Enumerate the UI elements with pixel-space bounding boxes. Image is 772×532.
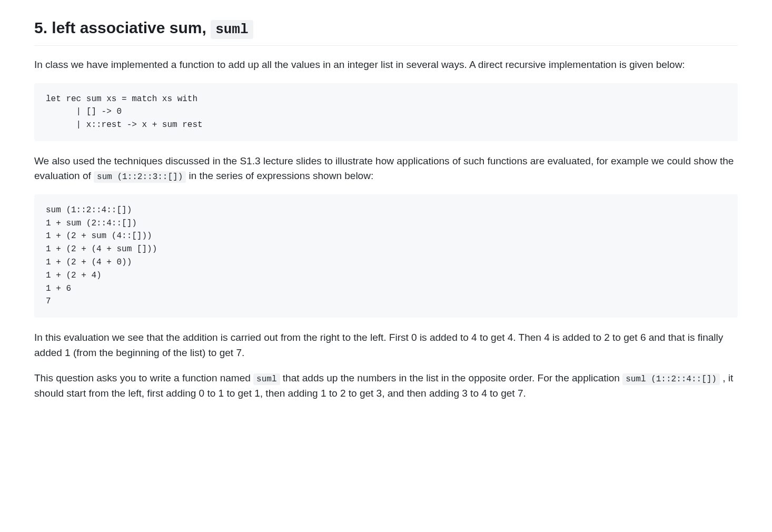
inline-code-suml-call: suml (1::2::4::[]) — [622, 373, 720, 385]
code-block-sum-definition: let rec sum xs = match xs with | [] -> 0… — [34, 83, 738, 141]
code-block-evaluation-trace: sum (1::2::4::[]) 1 + sum (2::4::[]) 1 +… — [34, 194, 738, 318]
heading-text: 5. left associative sum, — [34, 19, 211, 36]
inline-code-suml: suml — [253, 373, 280, 385]
question-paragraph: This question asks you to write a functi… — [34, 371, 738, 401]
para4-t1: This question asks you to write a functi… — [34, 372, 253, 383]
inline-code-sum-call: sum (1::2::3::[]) — [94, 171, 186, 183]
heading-code: suml — [211, 20, 253, 39]
section-heading: 5. left associative sum, suml — [34, 16, 738, 46]
para2-after: in the series of expressions shown below… — [186, 170, 373, 181]
evaluation-intro-paragraph: We also used the techniques discussed in… — [34, 154, 738, 184]
intro-paragraph: In class we have implemented a function … — [34, 57, 738, 73]
explanation-paragraph: In this evaluation we see that the addit… — [34, 330, 738, 360]
para4-t2: that adds up the numbers in the list in … — [280, 372, 623, 383]
